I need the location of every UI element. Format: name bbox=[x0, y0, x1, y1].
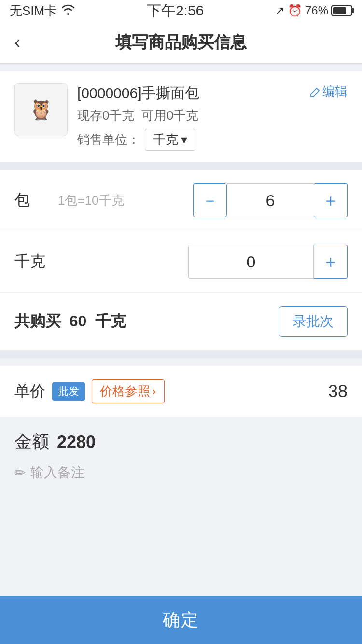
product-info: [0000006]手撕面包 编辑 现存0千克 可用0千克 销售单位： 千克 ▾ bbox=[77, 83, 348, 151]
product-unit-row: 销售单位： 千克 ▾ bbox=[77, 129, 348, 151]
back-button[interactable]: ‹ bbox=[14, 28, 25, 57]
pack-hint: 1包=10千克 bbox=[58, 192, 193, 209]
kg-controls: ＋ bbox=[188, 245, 348, 279]
quantity-section: 包 1包=10千克 － ＋ 千克 ＋ bbox=[0, 170, 362, 293]
status-bar: 无SIM卡 下午2:56 ↗ ⏰ 76% bbox=[0, 0, 362, 21]
price-value: 38 bbox=[328, 381, 348, 402]
unit-label: 销售单位： bbox=[77, 131, 140, 148]
price-ref-button[interactable]: 价格参照 › bbox=[92, 379, 165, 403]
divider-2 bbox=[0, 350, 362, 358]
price-ref-arrow-icon: › bbox=[152, 384, 156, 399]
unit-chevron-icon: ▾ bbox=[181, 132, 187, 147]
pack-input[interactable] bbox=[227, 183, 314, 217]
product-thumbnail: 🦉 bbox=[14, 83, 68, 136]
pack-label: 包 bbox=[14, 190, 53, 211]
page-title: 填写商品购买信息 bbox=[115, 31, 247, 54]
price-type-tag: 批发 bbox=[52, 382, 85, 401]
alarm-icon: ⏰ bbox=[288, 4, 302, 17]
pack-controls: － ＋ bbox=[193, 183, 348, 217]
unit-value: 千克 bbox=[153, 131, 178, 148]
product-name: [0000006]手撕面包 bbox=[77, 83, 199, 103]
battery-bar bbox=[331, 5, 352, 16]
pack-decrement-button[interactable]: － bbox=[193, 183, 227, 217]
pack-increment-button[interactable]: ＋ bbox=[314, 183, 348, 217]
batch-button[interactable]: 录批次 bbox=[279, 306, 348, 337]
carrier-label: 无SIM卡 bbox=[10, 2, 57, 19]
location-icon: ↗ bbox=[275, 4, 285, 17]
kg-input[interactable] bbox=[188, 245, 314, 279]
product-card: 🦉 [0000006]手撕面包 编辑 现存0千克 可用0千克 销售单位： 千克 … bbox=[0, 71, 362, 162]
amount-label: 金额 bbox=[14, 430, 49, 454]
pencil-icon: ✏ bbox=[14, 465, 26, 481]
pack-row: 包 1包=10千克 － ＋ bbox=[0, 170, 362, 231]
kg-label: 千克 bbox=[14, 251, 53, 272]
divider-1 bbox=[0, 162, 362, 170]
edit-button[interactable]: 编辑 bbox=[310, 83, 348, 100]
battery-percent: 76% bbox=[305, 4, 328, 17]
amount-value: 2280 bbox=[57, 432, 96, 452]
kg-row: 千克 ＋ bbox=[0, 231, 362, 293]
remark-placeholder: 输入备注 bbox=[30, 463, 84, 482]
confirm-button[interactable]: 确定 bbox=[0, 596, 362, 644]
battery-fill bbox=[333, 7, 346, 14]
price-ref-label: 价格参照 bbox=[100, 383, 150, 400]
price-section: 单价 批发 价格参照 › 38 bbox=[0, 366, 362, 417]
amount-row: 金额 2280 bbox=[14, 430, 348, 463]
product-stock: 现存0千克 可用0千克 bbox=[77, 107, 348, 124]
nav-bar: ‹ 填写商品购买信息 bbox=[0, 21, 362, 64]
total-row: 共购买 60 千克 录批次 bbox=[0, 293, 362, 350]
status-time: 下午2:56 bbox=[147, 1, 204, 21]
kg-increment-button[interactable]: ＋ bbox=[314, 245, 348, 279]
total-value: 60 bbox=[70, 312, 87, 330]
edit-label: 编辑 bbox=[322, 83, 348, 100]
price-label: 单价 bbox=[14, 381, 45, 402]
remark-row[interactable]: ✏ 输入备注 bbox=[14, 463, 348, 495]
status-left: 无SIM卡 bbox=[10, 2, 75, 19]
wifi-icon bbox=[61, 3, 75, 18]
total-label: 共购买 60 千克 bbox=[14, 311, 279, 332]
price-row: 单价 批发 价格参照 › 38 bbox=[14, 379, 348, 403]
status-right: ↗ ⏰ 76% bbox=[275, 4, 352, 17]
amount-section: 金额 2280 ✏ 输入备注 bbox=[0, 417, 362, 495]
unit-select[interactable]: 千克 ▾ bbox=[145, 129, 195, 151]
